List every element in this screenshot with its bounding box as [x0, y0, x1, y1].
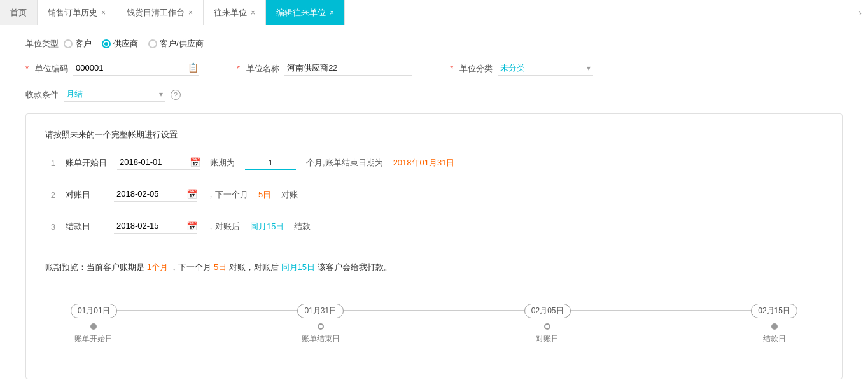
close-edit-partner-icon[interactable]: × [330, 8, 334, 17]
row-number-1: 1 [45, 158, 55, 168]
payment-date-field: 📅 [114, 220, 197, 234]
timeline-dot-4 [771, 323, 778, 330]
tab-nav-arrow[interactable]: › [852, 0, 868, 25]
payment-highlight: 同月15日 [250, 221, 284, 232]
unit-code-group: * 单位编码 📋 [25, 62, 199, 76]
unit-class-group: * 单位分类 未分类 ▾ [450, 61, 593, 76]
period-label: 账期为 [210, 157, 235, 169]
timeline-item-3: 02月05日 对账日 [524, 304, 571, 344]
unit-code-icon[interactable]: 📋 [188, 62, 199, 73]
unit-class-required: * [450, 64, 453, 73]
timeline-item-4: 02月15日 结款日 [751, 304, 797, 344]
tab-bar: 首页 销售订单历史 × 钱货日清工作台 × 往来单位 × 编辑往来单位 × › [0, 0, 868, 25]
timeline-item-2: 01月31日 账单结束日 [297, 304, 344, 344]
timeline-badge-3: 02月05日 [524, 304, 571, 318]
tab-home[interactable]: 首页 [0, 0, 38, 25]
close-partner-icon[interactable]: × [251, 8, 255, 17]
unit-code-label: 单位编码 [35, 63, 68, 74]
tab-cash-work[interactable]: 钱货日清工作台 × [116, 0, 204, 25]
timeline-dot-2 [318, 323, 324, 330]
timeline-dot-1 [90, 323, 97, 330]
radio-customer-supplier[interactable]: 客户/供应商 [148, 38, 204, 50]
timeline-label-3: 对账日 [536, 334, 559, 344]
row-number-3: 3 [45, 222, 55, 232]
date-row-2: 2 对账日 📅 ，下一个月 5日 对账 [45, 188, 823, 202]
reconcile-prefix: ，下一个月 [207, 189, 248, 201]
timeline-item-1: 01月01日 账单开始日 [71, 304, 117, 344]
unit-type-row: 单位类型 客户 供应商 客户/供应商 [25, 38, 843, 50]
radio-supplier-circle [102, 39, 111, 48]
tab-edit-partner[interactable]: 编辑往来单位 × [266, 0, 345, 25]
main-content: 单位类型 客户 供应商 客户/供应商 * 单位编码 [0, 25, 868, 387]
unit-name-label: 单位名称 [246, 63, 279, 74]
start-date-calendar-icon[interactable]: 📅 [190, 157, 200, 167]
unit-type-field: 单位类型 客户 供应商 客户/供应商 [25, 38, 204, 50]
radio-customer[interactable]: 客户 [64, 38, 92, 50]
tab-partner[interactable]: 往来单位 × [204, 0, 266, 25]
payment-condition-dropdown-arrow: ▾ [159, 90, 163, 99]
preview-text: 账期预览：当前客户账期是 1个月 ，下一个月 5日 对账，对账后 同月15日 该… [45, 262, 823, 273]
payment-condition-row: 收款条件 月结 ▾ ? [25, 87, 843, 102]
timeline-label-4: 结款日 [763, 334, 786, 344]
payment-condition-dropdown[interactable]: 月结 ▾ [64, 87, 165, 102]
timeline-badge-4: 02月15日 [751, 304, 797, 318]
period-unit: 个月,账单结束日期为 [306, 157, 383, 169]
reconcile-date-calendar-icon[interactable]: 📅 [186, 189, 197, 199]
reconcile-highlight: 5日 [258, 189, 271, 201]
unit-code-input[interactable] [73, 62, 185, 74]
row-label-3: 结款日 [66, 221, 104, 232]
row-label-1: 账单开始日 [66, 157, 107, 169]
period-input[interactable] [245, 157, 296, 170]
timeline-badge-2: 01月31日 [297, 304, 344, 318]
timeline-label-2: 账单结束日 [302, 334, 340, 344]
date-row-3: 3 结款日 📅 ，对账后 同月15日 结款 [45, 220, 823, 234]
payment-date-calendar-icon[interactable]: 📅 [186, 221, 197, 231]
preview-part1: 1个月 [147, 262, 168, 272]
settings-section: 请按照未来的一个完整帐期进行设置 1 账单开始日 📅 账期为 个月,账单结束日期… [25, 113, 843, 379]
end-date-display: 2018年01月31日 [393, 157, 455, 169]
close-sales-history-icon[interactable]: × [101, 8, 106, 17]
payment-condition-label: 收款条件 [25, 89, 59, 101]
preview-part3: 同月15日 [281, 262, 315, 272]
unit-type-label: 单位类型 [25, 38, 59, 50]
unit-type-radio-group: 客户 供应商 客户/供应商 [64, 38, 204, 50]
start-date-input[interactable] [117, 156, 187, 168]
payment-suffix: 结款 [294, 221, 311, 232]
unit-code-field: 📋 [73, 62, 199, 76]
timeline-dot-3 [544, 323, 550, 330]
reconcile-suffix: 对账 [281, 189, 298, 201]
row-number-2: 2 [45, 190, 55, 200]
payment-condition-value: 月结 [66, 88, 157, 100]
payment-date-input[interactable] [114, 220, 184, 232]
unit-name-required: * [237, 64, 240, 73]
section-title: 请按照未来的一个完整帐期进行设置 [45, 129, 823, 141]
unit-info-row: * 单位编码 📋 * 单位名称 * 单位分类 未分类 ▾ [25, 61, 843, 76]
unit-class-label: 单位分类 [459, 63, 493, 74]
preview-part2: 5日 [214, 262, 227, 272]
date-row-1: 1 账单开始日 📅 账期为 个月,账单结束日期为 2018年01月31日 [45, 156, 823, 170]
unit-name-group: * 单位名称 [237, 62, 412, 76]
tab-sales-history[interactable]: 销售订单历史 × [38, 0, 116, 25]
unit-class-dropdown[interactable]: 未分类 ▾ [498, 61, 593, 76]
unit-class-dropdown-arrow: ▾ [587, 64, 591, 73]
preview-section: 账期预览：当前客户账期是 1个月 ，下一个月 5日 对账，对账后 同月15日 该… [45, 251, 823, 363]
timeline-items: 01月01日 账单开始日 01月31日 账单结束日 02月05日 对账日 [71, 304, 797, 344]
unit-code-required: * [25, 64, 29, 73]
payment-prefix: ，对账后 [207, 221, 240, 232]
timeline-container: 01月01日 账单开始日 01月31日 账单结束日 02月05日 对账日 [45, 291, 823, 363]
timeline-badge-1: 01月01日 [71, 304, 117, 318]
start-date-field: 📅 [117, 156, 200, 170]
row-label-2: 对账日 [66, 189, 104, 201]
reconcile-date-field: 📅 [114, 188, 197, 202]
unit-class-value: 未分类 [500, 62, 584, 74]
unit-name-input[interactable] [284, 62, 412, 76]
timeline-label-1: 账单开始日 [74, 334, 113, 344]
radio-supplier[interactable]: 供应商 [102, 38, 138, 50]
close-cash-work-icon[interactable]: × [188, 8, 193, 17]
payment-help-icon[interactable]: ? [171, 90, 181, 100]
reconcile-date-input[interactable] [114, 188, 184, 200]
payment-condition-group: 收款条件 月结 ▾ ? [25, 87, 181, 102]
radio-customer-circle [64, 39, 73, 48]
radio-customer-supplier-circle [148, 39, 157, 48]
